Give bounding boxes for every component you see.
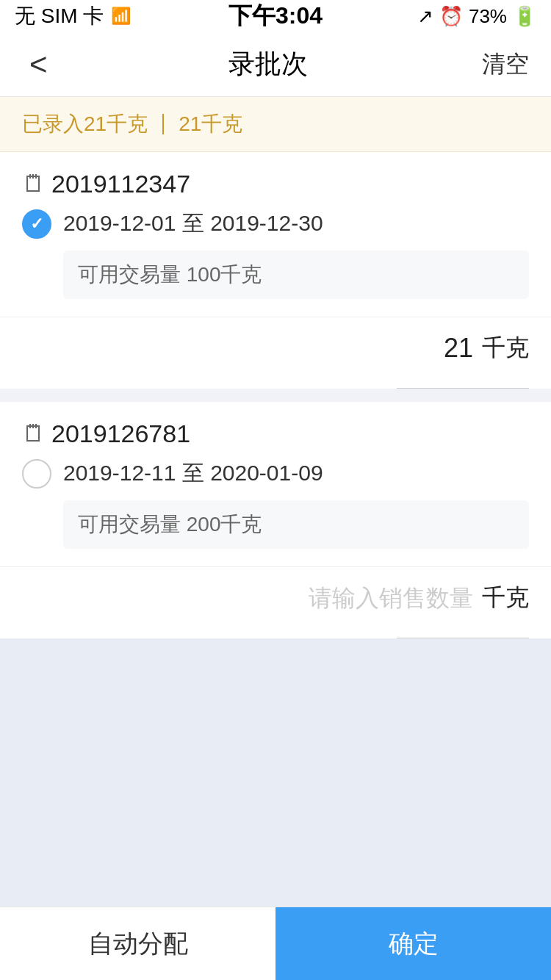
- status-right: ↗ ⏰ 73% 🔋: [417, 5, 536, 28]
- batch-card-2: 🗒 2019126781 2019-12-11 至 2020-01-09 可用交…: [0, 402, 551, 638]
- batch-doc-icon-2: 🗒: [22, 420, 46, 447]
- info-divider: [162, 114, 164, 134]
- nav-bar: < 录批次 清空: [0, 32, 551, 97]
- quantity-row-1: 21 千克: [0, 317, 551, 382]
- status-time: 下午3:04: [228, 0, 323, 32]
- quantity-underline-2: [397, 638, 529, 638]
- bottom-bar: 自动分配 确定: [0, 907, 551, 980]
- batch-id-1: 2019112347: [51, 170, 190, 198]
- quantity-value-1[interactable]: 21: [444, 333, 473, 364]
- batch-id-2: 2019126781: [51, 419, 190, 448]
- battery-text: 73%: [469, 5, 507, 28]
- quantity-unit-2: 千克: [482, 582, 529, 614]
- batch-item-2: 🗒 2019126781 2019-12-11 至 2020-01-09 可用交…: [0, 402, 551, 566]
- page-title: 录批次: [228, 46, 308, 82]
- status-carrier: 无 SIM 卡 📶: [15, 2, 131, 30]
- underline-row-2: [0, 632, 551, 638]
- radio-button-1[interactable]: [22, 209, 51, 239]
- quantity-input-2[interactable]: [179, 585, 473, 612]
- battery-icon: 🔋: [513, 5, 536, 28]
- batch-avail-row-2: 可用交易量 200千克: [63, 500, 529, 549]
- batch-avail-text-2: 可用交易量 200千克: [78, 513, 262, 536]
- batch-doc-icon-1: 🗒: [22, 170, 46, 198]
- batch-date-row-1[interactable]: 2019-12-01 至 2019-12-30: [22, 209, 529, 239]
- status-bar: 无 SIM 卡 📶 下午3:04 ↗ ⏰ 73% 🔋: [0, 0, 551, 32]
- underline-row-1: [0, 382, 551, 389]
- batch-id-row-1: 🗒 2019112347: [22, 170, 529, 198]
- confirm-button[interactable]: 确定: [276, 907, 551, 980]
- alarm-icon: ⏰: [439, 5, 463, 28]
- batch-item-1: 🗒 2019112347 2019-12-01 至 2019-12-30 可用交…: [0, 152, 551, 317]
- quantity-input-row-2: 千克: [0, 566, 551, 632]
- clear-button[interactable]: 清空: [482, 48, 529, 81]
- back-button[interactable]: <: [22, 40, 55, 90]
- batch-avail-text-1: 可用交易量 100千克: [78, 263, 262, 286]
- radio-button-2[interactable]: [22, 459, 51, 489]
- recorded-label: 已录入21千克: [22, 110, 148, 138]
- batch-card-1: 🗒 2019112347 2019-12-01 至 2019-12-30 可用交…: [0, 152, 551, 389]
- batch-date-1: 2019-12-01 至 2019-12-30: [63, 209, 323, 239]
- info-amount: 21千克: [179, 110, 242, 138]
- card-divider: [0, 389, 551, 402]
- quantity-unit-1: 千克: [482, 332, 529, 364]
- batch-date-2: 2019-12-11 至 2020-01-09: [63, 458, 323, 489]
- batch-date-row-2[interactable]: 2019-12-11 至 2020-01-09: [22, 458, 529, 489]
- batch-id-row-2: 🗒 2019126781: [22, 419, 529, 448]
- carrier-text: 无 SIM 卡: [15, 2, 104, 30]
- quantity-underline-1: [397, 388, 529, 389]
- auto-distribute-button[interactable]: 自动分配: [0, 907, 276, 980]
- wifi-icon: 📶: [111, 7, 131, 26]
- location-icon: ↗: [417, 5, 433, 28]
- batch-avail-row-1: 可用交易量 100千克: [63, 251, 529, 299]
- info-banner: 已录入21千克 21千克: [0, 97, 551, 152]
